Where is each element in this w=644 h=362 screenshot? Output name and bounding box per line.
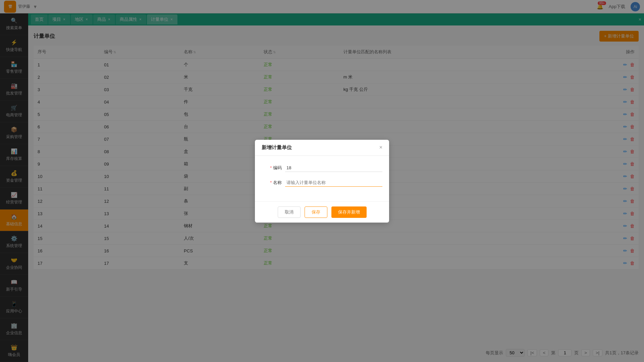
modal-close-button[interactable]: ×	[379, 144, 382, 150]
modal-title: 新增计量单位	[262, 144, 292, 151]
name-input[interactable]	[285, 179, 382, 187]
save-and-new-button[interactable]: 保存并新增	[331, 206, 367, 218]
modal-overlay[interactable]: 新增计量单位 × 编码 名称 取消 保存 保存并新增	[0, 0, 644, 362]
add-unit-modal: 新增计量单位 × 编码 名称 取消 保存 保存并新增	[255, 140, 389, 223]
modal-header: 新增计量单位 ×	[255, 140, 389, 156]
code-input[interactable]	[285, 164, 382, 172]
modal-footer: 取消 保存 保存并新增	[255, 201, 389, 223]
cancel-button[interactable]: 取消	[278, 206, 301, 218]
name-label: 名称	[262, 180, 282, 186]
modal-body: 编码 名称	[255, 156, 389, 201]
form-row-name: 名称	[262, 179, 382, 187]
form-row-code: 编码	[262, 164, 382, 172]
code-label: 编码	[262, 165, 282, 171]
save-button[interactable]: 保存	[305, 206, 327, 218]
